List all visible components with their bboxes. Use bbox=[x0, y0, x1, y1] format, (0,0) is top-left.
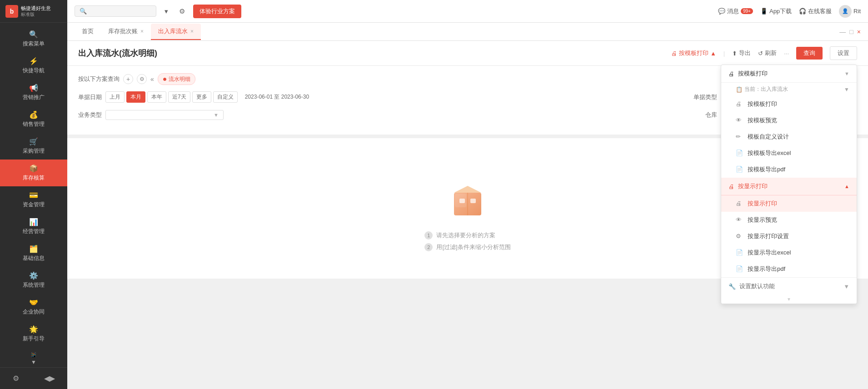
template-export-pdf-item[interactable]: 📄 按模板导出pdf bbox=[721, 161, 857, 178]
date-btn-this-year[interactable]: 本年 bbox=[147, 91, 166, 103]
topbar-dropdown-arrow[interactable]: ▾ bbox=[162, 5, 171, 17]
sidebar-item-appcenter[interactable]: 📱 应用中心 bbox=[0, 347, 67, 357]
industry-solution-button[interactable]: 体验行业方案 bbox=[193, 5, 241, 18]
set-default-icon: 🔧 bbox=[728, 283, 736, 290]
more-actions-btn[interactable]: ··· bbox=[784, 50, 789, 57]
empty-state-illustration bbox=[445, 177, 490, 222]
topbar: 🔍 ▾ ⚙ 体验行业方案 💬 消息 99+ 📱 App下载 🎧 在线客服 👤 bbox=[67, 0, 868, 23]
app-download-btn[interactable]: 📱 App下载 bbox=[760, 7, 792, 15]
template-print-section-header[interactable]: 🖨 按模板打印 ▼ bbox=[721, 65, 857, 83]
tab-flow[interactable]: 出入库流水 × bbox=[151, 24, 201, 40]
message-btn[interactable]: 💬 消息 99+ bbox=[718, 7, 753, 15]
sidebar-item-basics[interactable]: 🗂️ 基础信息 bbox=[0, 240, 67, 267]
settings-button[interactable]: 设置 bbox=[830, 46, 857, 60]
biz-type-filter-field: 业务类型 ▼ bbox=[78, 110, 224, 120]
sidebar-item-system-icon: ⚙️ bbox=[29, 271, 38, 280]
tip-text-2: 用[过滤]条件来缩小分析范围 bbox=[436, 243, 510, 251]
tab-close-window-btn[interactable]: × bbox=[857, 28, 861, 35]
template-excel-icon: 📄 bbox=[736, 150, 743, 157]
user-avatar: 👤 bbox=[839, 5, 852, 18]
warehouse-label: 仓库 bbox=[705, 111, 717, 119]
online-service-btn[interactable]: 🎧 在线客服 bbox=[799, 7, 832, 15]
sidebar-item-system-label: 系统管理 bbox=[23, 281, 45, 289]
date-btn-this-month[interactable]: 本月 bbox=[126, 91, 145, 103]
sidebar-item-finance[interactable]: 💳 资金管理 bbox=[0, 186, 67, 213]
topbar-search-icon: 🔍 bbox=[80, 8, 87, 15]
search-button[interactable]: 查询 bbox=[796, 47, 823, 60]
sidebar-item-system[interactable]: ⚙️ 系统管理 bbox=[0, 267, 67, 294]
display-export-excel-item[interactable]: 📄 按显示导出excel bbox=[721, 244, 857, 261]
print-dropdown-arrow[interactable]: ▲ bbox=[710, 50, 716, 57]
date-btn-more[interactable]: 更多 bbox=[192, 91, 211, 103]
display-print-section-header[interactable]: 🖨 按显示打印 ▲ bbox=[721, 178, 857, 195]
sidebar-item-inventory[interactable]: 📦 库存核算 bbox=[0, 160, 67, 186]
display-print-item[interactable]: 🖨 按显示打印 bbox=[721, 195, 857, 212]
filter-settings-btn[interactable]: ⚙ bbox=[137, 74, 147, 84]
display-export-pdf-item[interactable]: 📄 按显示导出pdf bbox=[721, 261, 857, 277]
display-preview-label: 按显示预览 bbox=[748, 216, 777, 224]
print-icon: 🖨 bbox=[671, 50, 677, 57]
collapse-icon[interactable]: ◀▶ bbox=[40, 372, 59, 384]
date-btn-last-month[interactable]: 上月 bbox=[105, 91, 125, 103]
template-export-excel-item[interactable]: 📄 按模板导出excel bbox=[721, 145, 857, 161]
sidebar-item-sales-icon: 💰 bbox=[29, 110, 38, 119]
online-service-label: 在线客服 bbox=[808, 7, 832, 15]
settings-icon[interactable]: ⚙ bbox=[9, 372, 23, 384]
display-print-settings-item[interactable]: ⚙ 按显示打印设置 bbox=[721, 228, 857, 244]
topbar-search-box[interactable]: 🔍 bbox=[75, 5, 156, 17]
empty-tips: 1 请先选择要分析的方案 2 用[过滤]条件来缩小分析范围 bbox=[424, 231, 510, 251]
current-template-icon: 📋 bbox=[736, 86, 743, 93]
sidebar-item-sales-label: 销售管理 bbox=[23, 120, 45, 128]
tab-flow-close[interactable]: × bbox=[190, 28, 194, 35]
sidebar-item-purchase[interactable]: 🛒 采购管理 bbox=[0, 133, 67, 160]
tab-batch-close[interactable]: × bbox=[140, 28, 144, 35]
print-template-btn[interactable]: 🖨 按模板打印 ▲ bbox=[671, 49, 716, 57]
refresh-btn[interactable]: ↺ 刷新 bbox=[758, 49, 777, 57]
user-info-btn[interactable]: 👤 Rit bbox=[839, 5, 861, 18]
template-print-item[interactable]: 🖨 按模板打印 bbox=[721, 96, 857, 112]
sidebar-scroll-down[interactable]: ▼ bbox=[0, 357, 67, 367]
sidebar-item-newbie[interactable]: 🌟 新手引导 bbox=[0, 320, 67, 347]
topbar-settings-icon[interactable]: ⚙ bbox=[176, 5, 188, 17]
tip-number-2: 2 bbox=[424, 243, 433, 251]
display-print-chevron: ▲ bbox=[844, 184, 849, 189]
export-btn[interactable]: ⬆ 导出 bbox=[732, 49, 751, 57]
template-custom-design-item[interactable]: ✏ 模板自定义设计 bbox=[721, 129, 857, 145]
filter-add-btn[interactable]: + bbox=[123, 74, 133, 84]
tab-bar: 首页 库存批次账 × 出入库流水 × — □ × bbox=[67, 23, 868, 41]
print-separator: | bbox=[723, 50, 725, 57]
template-preview-item[interactable]: 👁 按模板预览 bbox=[721, 112, 857, 129]
template-custom-label: 模板自定义设计 bbox=[748, 133, 789, 141]
sidebar-item-marketing[interactable]: 📢 营销推广 bbox=[0, 79, 67, 106]
tab-maximize-btn[interactable]: □ bbox=[849, 28, 853, 35]
brand-name: 畅捷通好生意 bbox=[21, 5, 51, 11]
sidebar-item-search[interactable]: 🔍 搜索菜单 bbox=[0, 25, 67, 52]
empty-tip-1: 1 请先选择要分析的方案 bbox=[424, 231, 510, 239]
print-template-label: 按模板打印 bbox=[679, 49, 708, 57]
sidebar-item-cooperation[interactable]: 🤝 企业协同 bbox=[0, 294, 67, 320]
sidebar-item-shortcut-icon: ⚡ bbox=[29, 57, 38, 65]
sidebar-item-operations[interactable]: 📊 经营管理 bbox=[0, 213, 67, 240]
filter-tag[interactable]: ● 流水明细 bbox=[158, 73, 196, 85]
set-default-section[interactable]: 🔧 设置默认功能 ▼ bbox=[721, 278, 857, 295]
page-title: 出入库流水(流水明细) bbox=[78, 48, 157, 64]
tab-minimize-btn[interactable]: — bbox=[839, 28, 846, 35]
date-btn-custom[interactable]: 自定义 bbox=[213, 91, 238, 103]
filter-collapse-btn[interactable]: « bbox=[150, 75, 154, 83]
biz-type-select[interactable]: ▼ bbox=[105, 110, 224, 120]
date-btn-7days[interactable]: 近7天 bbox=[168, 91, 190, 103]
logo-icon: b bbox=[5, 5, 18, 18]
display-print-item-icon: 🖨 bbox=[736, 200, 743, 207]
tab-batch[interactable]: 库存批次账 × bbox=[101, 24, 151, 40]
logo-text-area: 畅捷通好生意 标准版 bbox=[18, 5, 51, 17]
sidebar-item-purchase-icon: 🛒 bbox=[29, 137, 38, 146]
topbar-search-input[interactable] bbox=[90, 8, 149, 15]
page-header-actions: 🖨 按模板打印 ▲ | ⬆ 导出 ↺ 刷新 ··· 查询 设置 bbox=[671, 46, 857, 65]
app-download-label: App下载 bbox=[769, 7, 792, 15]
sidebar-item-shortcut[interactable]: ⚡ 快捷导航 bbox=[0, 52, 67, 79]
current-template-arrow: ▼ bbox=[844, 86, 849, 93]
display-preview-item[interactable]: 👁 按显示预览 bbox=[721, 212, 857, 228]
sidebar-bottom: ⚙ ◀▶ bbox=[0, 367, 67, 389]
sidebar-item-sales[interactable]: 💰 销售管理 bbox=[0, 106, 67, 133]
tab-home[interactable]: 首页 bbox=[75, 24, 101, 40]
